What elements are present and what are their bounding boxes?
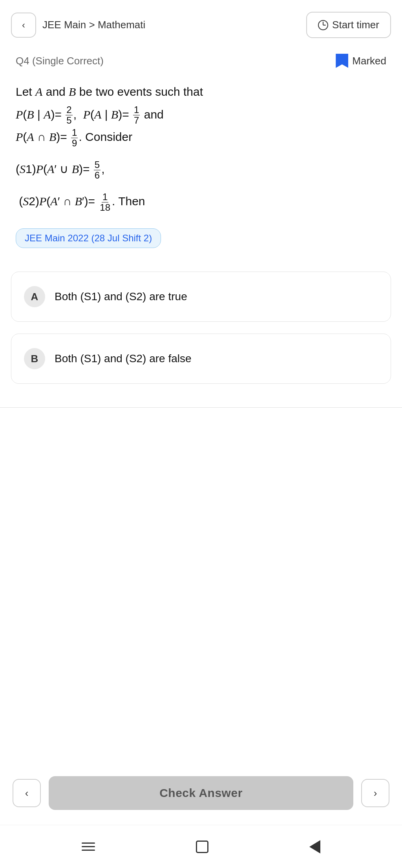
back-arrow-icon (309, 840, 320, 853)
android-home-button[interactable] (196, 841, 208, 853)
check-answer-button[interactable]: Check Answer (49, 776, 353, 810)
start-timer-button[interactable]: Start timer (306, 12, 391, 38)
timer-label: Start timer (332, 19, 379, 31)
question-tag: JEE Main 2022 (28 Jul Shift 2) (16, 217, 386, 256)
bottom-divider (0, 407, 402, 408)
android-back-button[interactable] (309, 840, 320, 853)
question-meta-row: Q4 (Single Correct) Marked (0, 46, 402, 74)
prev-icon: ‹ (25, 787, 29, 799)
marked-badge: Marked (336, 54, 386, 68)
next-question-button[interactable]: › (361, 779, 389, 807)
question-content: Let A and B be two events such that P(B … (0, 74, 402, 268)
prev-question-button[interactable]: ‹ (13, 779, 41, 807)
option-b[interactable]: B Both (S1) and (S2) are false (11, 334, 391, 384)
breadcrumb: JEE Main > Mathemati (42, 19, 300, 31)
option-a[interactable]: A Both (S1) and (S2) are true (11, 272, 391, 322)
back-icon: ‹ (22, 20, 25, 31)
option-b-letter: B (24, 348, 45, 369)
options-container: A Both (S1) and (S2) are true B Both (S1… (0, 268, 402, 399)
marked-label: Marked (352, 55, 386, 67)
statement-s1: (S1)P(A′ ∪ B)= 56, (16, 159, 386, 181)
menu-icon (82, 842, 95, 851)
bottom-navigation: ‹ Check Answer › (0, 765, 402, 821)
statement-s2: (S2)P(A′ ∩ B′)= 118. Then (16, 191, 386, 213)
bookmark-icon (336, 54, 348, 68)
android-menu-button[interactable] (82, 842, 95, 851)
question-body: Let A and B be two events such that P(B … (16, 82, 386, 148)
question-number: Q4 (Single Correct) (16, 55, 104, 67)
tag-badge-text: JEE Main 2022 (28 Jul Shift 2) (16, 228, 161, 248)
timer-icon (318, 20, 328, 30)
header: ‹ JEE Main > Mathemati Start timer (0, 0, 402, 46)
option-a-letter: A (24, 286, 45, 307)
next-icon: › (374, 787, 377, 799)
option-b-text: Both (S1) and (S2) are false (55, 352, 192, 365)
back-button[interactable]: ‹ (11, 13, 36, 38)
option-a-text: Both (S1) and (S2) are true (55, 290, 187, 303)
android-navigation-bar (0, 825, 402, 868)
home-icon (196, 841, 208, 853)
